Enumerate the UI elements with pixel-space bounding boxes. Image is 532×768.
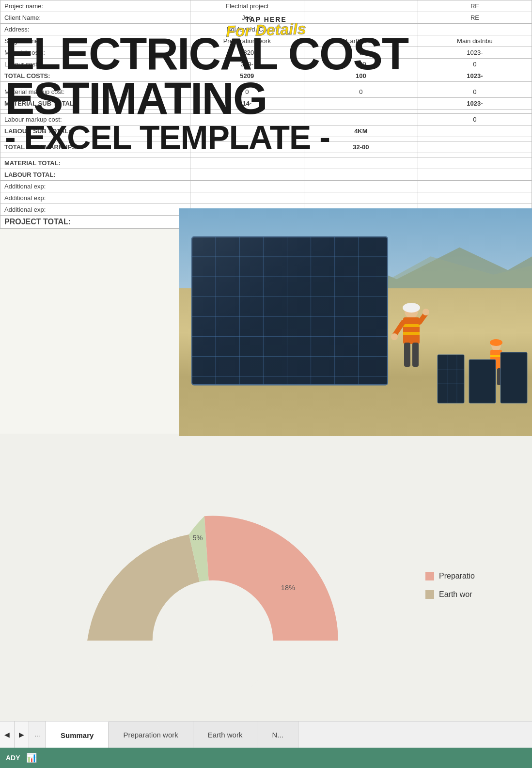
cell-value bbox=[190, 181, 304, 192]
cell-value bbox=[190, 141, 304, 153]
cell-label: Additional exp: bbox=[0, 204, 190, 216]
status-icon: 📊 bbox=[26, 752, 37, 763]
cell-value bbox=[304, 192, 418, 204]
legend-label-preparation: Preparatio bbox=[439, 572, 475, 580]
table-row: Project name: Electrial project RE bbox=[0, 0, 532, 12]
cell-label bbox=[0, 137, 190, 141]
tab-nav-next[interactable]: ▶ bbox=[15, 721, 29, 748]
table-row: TOTAL WITH MARKUPS: 32-00 bbox=[0, 141, 532, 153]
cell-value bbox=[418, 125, 532, 137]
cell-value bbox=[304, 82, 418, 86]
svg-point-25 bbox=[391, 333, 398, 340]
cell-label: TOTAL COSTS: bbox=[0, 70, 190, 82]
chart-label-earth: 5% bbox=[192, 533, 203, 541]
cell-label: Additional exp: bbox=[0, 192, 190, 204]
legend-label-earth: Earth wor bbox=[439, 590, 472, 599]
cell-label: Labour markup cost: bbox=[0, 114, 190, 125]
legend-item-earth: Earth wor bbox=[425, 590, 522, 599]
status-bar: ADY 📊 bbox=[0, 748, 532, 768]
cell-value bbox=[418, 82, 532, 86]
cell-value bbox=[190, 137, 304, 141]
cell-value bbox=[304, 114, 418, 125]
table-row: Material costs: 4820 0 1023- bbox=[0, 47, 532, 59]
cell-value bbox=[304, 98, 418, 110]
svg-rect-21 bbox=[403, 324, 420, 327]
tab-next-sheet[interactable]: N... bbox=[257, 721, 298, 748]
cell-value bbox=[418, 153, 532, 157]
cell-label: TOTAL WITH MARKUPS: bbox=[0, 141, 190, 153]
svg-rect-22 bbox=[403, 332, 420, 335]
cell-value: 100 bbox=[304, 59, 418, 70]
cell-label bbox=[0, 153, 190, 157]
cell-label: Material costs: bbox=[0, 47, 190, 59]
table-row: Additional exp: bbox=[0, 181, 532, 192]
cell-label bbox=[0, 82, 190, 86]
cell-label: MATERIAL TOTAL: bbox=[0, 157, 190, 169]
svg-point-26 bbox=[422, 309, 429, 315]
tab-nav-prev[interactable]: ◀ bbox=[0, 721, 15, 748]
table-row bbox=[0, 110, 532, 114]
tab-summary-label: Summary bbox=[61, 731, 94, 739]
chart-label-third: 18% bbox=[281, 584, 295, 592]
cell-value: 4820 bbox=[190, 47, 304, 59]
table-row: Labour costs: 389- 100 0 bbox=[0, 59, 532, 70]
tab-preparation-work[interactable]: Preparation work bbox=[109, 721, 193, 748]
cell-value bbox=[304, 12, 418, 24]
cell-value bbox=[418, 141, 532, 153]
cell-value: 0 bbox=[190, 86, 304, 98]
cell-value bbox=[190, 110, 304, 114]
cell-value bbox=[190, 125, 304, 137]
chart-legend: Preparatio Earth wor bbox=[425, 572, 522, 599]
table-row: Additional exp: bbox=[0, 192, 532, 204]
cell-value bbox=[304, 110, 418, 114]
cell-value: RE bbox=[418, 0, 532, 12]
tab-bar: ◀ ▶ … Summary Preparation work Earth wor… bbox=[0, 721, 532, 748]
cell-label: LABOUR TOTAL: bbox=[0, 169, 190, 181]
cell-value bbox=[190, 169, 304, 181]
table-row bbox=[0, 137, 532, 141]
cell-value: 32-00 bbox=[304, 141, 418, 153]
cell-value: 389- bbox=[190, 59, 304, 70]
table-row: Material markup cost: 0 0 0 bbox=[0, 86, 532, 98]
cell-label: MATERIAL SUB TOTAL: bbox=[0, 98, 190, 110]
cell-label: LABOUR SUB TOTAL: bbox=[0, 125, 190, 137]
cell-label: Client Name: bbox=[0, 12, 190, 24]
bg-panels-svg bbox=[435, 345, 532, 418]
cell-value bbox=[418, 181, 532, 192]
cell-value: 0 bbox=[418, 114, 532, 125]
cell-value: Earth work bbox=[304, 35, 418, 47]
chart-container: 5% 18% bbox=[10, 443, 416, 727]
tap-here-label[interactable]: TAP HERE For Details bbox=[226, 16, 306, 39]
tab-preparation-label: Preparation work bbox=[123, 731, 178, 739]
cell-value bbox=[304, 169, 418, 181]
tab-earth-work[interactable]: Earth work bbox=[193, 721, 258, 748]
cell-value: 4KM bbox=[304, 125, 418, 137]
legend-item-preparation: Preparatio bbox=[425, 572, 522, 580]
table-row: Labour markup cost: 0 bbox=[0, 114, 532, 125]
cell-value bbox=[418, 137, 532, 141]
cell-value: 0 bbox=[418, 59, 532, 70]
cell-value bbox=[304, 181, 418, 192]
cell-value bbox=[418, 169, 532, 181]
svg-point-19 bbox=[403, 303, 420, 313]
pie-chart-svg: 5% 18% bbox=[72, 484, 353, 687]
cell-label: Stage name: bbox=[0, 35, 190, 47]
tab-summary[interactable]: Summary bbox=[46, 721, 109, 748]
cell-label bbox=[0, 110, 190, 114]
tab-ellipsis[interactable]: … bbox=[29, 721, 46, 748]
status-text: ADY bbox=[6, 754, 20, 762]
svg-rect-37 bbox=[501, 352, 527, 403]
svg-rect-36 bbox=[469, 360, 496, 403]
table-row: LABOUR TOTAL: bbox=[0, 169, 532, 181]
cell-label: Material markup cost: bbox=[0, 86, 190, 98]
cell-value bbox=[418, 157, 532, 169]
cell-value bbox=[304, 24, 418, 35]
table-row: TOTAL COSTS: 5209 100 1023- bbox=[0, 70, 532, 82]
chart-area: 5% 18% Preparatio Earth wor bbox=[0, 434, 532, 737]
cell-label: Address: bbox=[0, 24, 190, 35]
cell-value bbox=[304, 0, 418, 12]
cell-value bbox=[190, 153, 304, 157]
svg-rect-35 bbox=[438, 355, 464, 403]
cell-value bbox=[418, 24, 532, 35]
table-row: MATERIAL SUB TOTAL: 14- 1023- bbox=[0, 98, 532, 110]
